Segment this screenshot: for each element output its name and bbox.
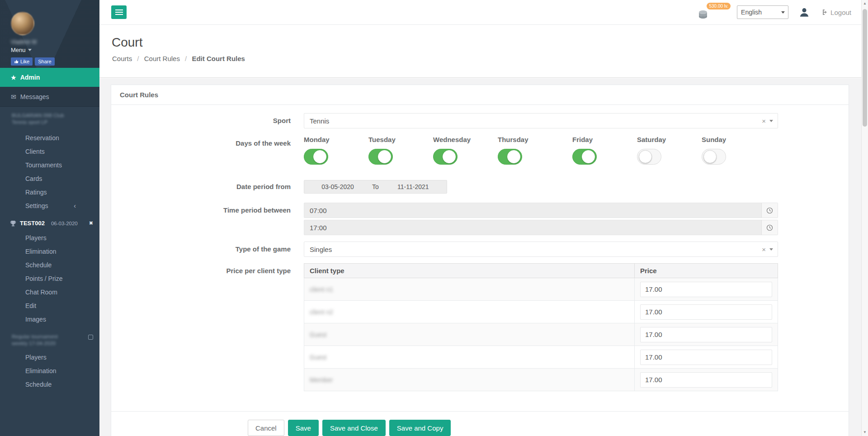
chevron-down-icon [781, 11, 785, 14]
price-row: Guest [304, 346, 778, 369]
star-icon: ★ [11, 74, 16, 81]
sidebar-item-reservation[interactable]: Reservation [0, 131, 99, 145]
sidebar: Vladimir M Menu Like Share ★ Admin ✉ Mes… [0, 0, 99, 436]
balance-widget[interactable]: 530.00 lv. [698, 4, 727, 20]
sidebar-item-t1-points-prize[interactable]: Points / Prize [0, 272, 99, 285]
scrollbar-thumb[interactable] [863, 9, 867, 127]
day-column-saturday: Saturday [637, 136, 702, 165]
breadcrumb-current: Edit Court Rules [192, 55, 245, 62]
toggle-friday[interactable] [572, 149, 597, 165]
save-and-copy-button[interactable]: Save and Copy [389, 420, 451, 436]
cancel-button[interactable]: Cancel [248, 420, 284, 436]
day-column-wednesday: Wednesday [433, 136, 498, 165]
day-label: Friday [572, 136, 637, 143]
facebook-share-button[interactable]: Share [35, 57, 54, 66]
sidebar-item-settings[interactable]: Settings‹ [0, 199, 99, 213]
price-input[interactable] [640, 304, 772, 320]
sidebar-item-t2-players[interactable]: Players [0, 351, 99, 364]
sidebar-item-clients[interactable]: Clients [0, 145, 99, 158]
time-to-input[interactable]: 17:00 [304, 220, 778, 235]
toggle-monday[interactable] [304, 149, 328, 165]
trophy-icon [10, 220, 16, 227]
chevron-down-icon [769, 120, 773, 122]
scroll-up-arrow[interactable]: ▲ [862, 0, 868, 7]
sidebar-tournament-2[interactable]: Regular tournament weekly 17-04-2020 [0, 329, 99, 350]
breadcrumb-courts[interactable]: Courts [112, 55, 132, 62]
date-to-input[interactable]: 11-11-2021 [384, 183, 442, 190]
balance-badge: 530.00 lv. [707, 3, 731, 9]
logout-button[interactable]: Logout [820, 9, 851, 16]
price-label: Price per client type [111, 263, 291, 275]
price-table: Client type Price client n1client n2Gues… [304, 263, 778, 391]
day-label: Saturday [637, 136, 702, 143]
sidebar-item-t1-players[interactable]: Players [0, 231, 99, 245]
clock-icon[interactable] [761, 203, 778, 218]
sidebar-item-t1-schedule[interactable]: Schedule [0, 258, 99, 272]
club-name[interactable]: BULGARIAN 098 Club Tennis sport LP [0, 107, 99, 130]
col-price: Price [635, 264, 778, 278]
sidebar-toggle-button[interactable] [111, 5, 127, 19]
time-period-label: Time period between [111, 203, 291, 214]
toggle-saturday[interactable] [637, 149, 661, 165]
save-button[interactable]: Save [288, 420, 319, 436]
sidebar-item-t1-elimination[interactable]: Elimination [0, 245, 99, 258]
clock-icon[interactable] [761, 220, 778, 235]
client-type-label: Member [310, 376, 333, 384]
page-title: Court [112, 35, 861, 50]
sport-label: Sport [111, 113, 291, 124]
user-icon[interactable] [798, 6, 810, 18]
page-header: Court Courts / Court Rules / Edit Court … [99, 25, 861, 78]
facebook-like-button[interactable]: Like [11, 57, 33, 66]
sidebar-item-ratings[interactable]: Ratings [0, 185, 99, 199]
language-select[interactable]: English [737, 5, 788, 19]
sidebar-item-t1-chat-room[interactable]: Chat Room [0, 285, 99, 299]
price-row: client n2 [304, 301, 778, 323]
sidebar-item-admin[interactable]: ★ Admin [0, 68, 99, 87]
price-input[interactable] [640, 327, 772, 342]
game-type-select[interactable]: Singles × [304, 242, 778, 257]
sidebar-item-t2-schedule[interactable]: Schedule [0, 378, 99, 391]
sidebar-item-messages[interactable]: ✉ Messages [0, 87, 99, 107]
price-row: client n1 [304, 278, 778, 301]
time-from-input[interactable]: 07:00 [304, 203, 778, 218]
clear-icon[interactable]: × [758, 117, 769, 125]
court-rules-panel: Court Rules Sport Tennis × Days of the w… [111, 85, 849, 436]
save-and-close-button[interactable]: Save and Close [322, 420, 386, 436]
page-scrollbar[interactable]: ▲ ▼ [861, 0, 868, 436]
close-icon[interactable]: ✖ [89, 220, 93, 226]
date-period-label: Date period from [111, 180, 291, 190]
toggle-wednesday[interactable] [433, 149, 458, 165]
clear-icon[interactable]: × [758, 246, 769, 253]
breadcrumb: Courts / Court Rules / Edit Court Rules [112, 55, 861, 62]
sidebar-item-tournaments[interactable]: Tournaments [0, 158, 99, 172]
sport-select[interactable]: Tennis × [304, 113, 778, 128]
profile-menu-toggle[interactable]: Menu [11, 47, 99, 53]
sidebar-profile: Vladimir M Menu Like Share [0, 0, 99, 68]
day-label: Wednesday [433, 136, 498, 143]
chevron-down-icon [28, 49, 32, 51]
day-column-monday: Monday [304, 136, 368, 165]
day-column-thursday: Thursday [498, 136, 572, 165]
toggle-sunday[interactable] [702, 149, 726, 165]
sidebar-item-t1-edit[interactable]: Edit [0, 299, 99, 313]
tournament-badge-icon [88, 335, 93, 340]
sidebar-item-cards[interactable]: Cards [0, 172, 99, 185]
sidebar-item-t1-images[interactable]: Images [0, 313, 99, 326]
club-menu: ReservationClientsTournamentsCardsRating… [0, 130, 99, 215]
price-input[interactable] [640, 372, 772, 388]
envelope-icon: ✉ [11, 93, 16, 100]
date-range-picker[interactable]: 03-05-2020 To 11-11-2021 [304, 180, 447, 194]
date-from-input[interactable]: 03-05-2020 [309, 183, 367, 190]
toggle-thursday[interactable] [498, 149, 522, 165]
price-input[interactable] [640, 350, 772, 365]
breadcrumb-court-rules[interactable]: Court Rules [144, 55, 180, 62]
sidebar-item-t2-elimination[interactable]: Elimination [0, 364, 99, 378]
game-type-label: Type of the game [111, 242, 291, 253]
avatar[interactable] [11, 12, 34, 35]
sidebar-tournament-test002[interactable]: TEST002 06-03-2020 ✖ [0, 215, 99, 230]
col-client-type: Client type [304, 264, 635, 278]
scroll-down-arrow[interactable]: ▼ [862, 429, 868, 436]
day-column-sunday: Sunday [702, 136, 766, 165]
toggle-tuesday[interactable] [368, 149, 393, 165]
price-input[interactable] [640, 282, 772, 297]
